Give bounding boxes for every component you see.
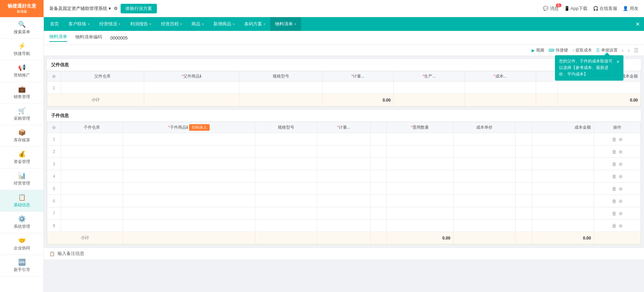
child-col-settings[interactable]: ⚙ xyxy=(47,122,61,133)
sidebar-item-purchase[interactable]: 🛒 采购管理 xyxy=(0,104,44,125)
child-unit-cost-2[interactable] xyxy=(453,145,515,158)
child-warehouse-5[interactable] xyxy=(61,183,123,195)
child-qty-2[interactable] xyxy=(387,145,454,158)
parent-cost-cell[interactable] xyxy=(465,82,536,94)
tab-bom[interactable]: 物料清单 × xyxy=(270,17,301,31)
delete-icon[interactable]: 🗑 xyxy=(612,149,617,154)
child-qty-5[interactable] xyxy=(387,183,454,195)
child-warehouse-1[interactable] xyxy=(61,133,123,145)
tooltip-close-button[interactable]: × xyxy=(617,58,619,66)
copy-icon[interactable]: ⊕ xyxy=(619,174,623,179)
gear-icon-child[interactable]: ⚙ xyxy=(52,125,56,130)
child-unit-cost-3[interactable] xyxy=(453,158,515,170)
tab-home[interactable]: 首页 xyxy=(45,17,64,31)
sidebar-item-system[interactable]: ⚙️ 系统管理 xyxy=(0,212,44,233)
parent-unit-cell[interactable] xyxy=(322,82,394,94)
child-unit-cost-5[interactable] xyxy=(453,183,515,195)
child-unit-5[interactable] xyxy=(317,183,370,195)
tab-product-close[interactable]: × xyxy=(202,22,204,26)
tab-customer-close[interactable]: × xyxy=(88,22,90,26)
child-unit-2[interactable] xyxy=(317,145,370,158)
child-unit-cost-1[interactable] xyxy=(453,133,515,145)
child-warehouse-4[interactable] xyxy=(61,170,123,183)
delete-icon[interactable]: 🗑 xyxy=(612,223,617,229)
parent-production-cell[interactable] xyxy=(394,82,465,94)
gear-icon[interactable]: ⚙ xyxy=(52,74,56,79)
tab-history-close[interactable]: × xyxy=(180,22,182,26)
delete-icon[interactable]: 🗑 xyxy=(612,211,617,216)
child-unit-cost-6[interactable] xyxy=(453,195,515,207)
parent-spec-cell[interactable] xyxy=(239,82,323,94)
tab-barcode[interactable]: 条码方案 × xyxy=(239,17,270,31)
sidebar-item-operation[interactable]: 📊 经营管理 xyxy=(0,168,44,190)
nav-next-icon[interactable]: › xyxy=(628,47,630,54)
view-button[interactable]: ▶ 视频 xyxy=(532,47,544,53)
child-warehouse-2[interactable] xyxy=(61,145,123,158)
child-unit-4[interactable] xyxy=(317,170,370,183)
tab-operation-status-close[interactable]: × xyxy=(119,22,121,26)
sidebar-item-finance[interactable]: 💰 资金管理 xyxy=(0,147,44,168)
copy-icon[interactable]: ⊕ xyxy=(619,211,623,216)
notes-label[interactable]: 输入备注信息 xyxy=(58,250,84,257)
child-spec-1[interactable] xyxy=(255,133,317,145)
sidebar-item-marketing[interactable]: 📢 营销推广 xyxy=(0,60,44,82)
child-qty-8[interactable] xyxy=(387,220,454,232)
child-product-1[interactable] xyxy=(123,133,255,145)
child-spec-4[interactable] xyxy=(255,170,317,183)
tab-history[interactable]: 经营历程 × xyxy=(156,17,187,31)
child-warehouse-6[interactable] xyxy=(61,195,123,207)
nav-prev-icon[interactable]: ‹ xyxy=(622,47,623,54)
copy-icon[interactable]: ⊕ xyxy=(619,161,623,167)
child-warehouse-7[interactable] xyxy=(61,207,123,220)
sidebar-item-quick-nav[interactable]: ⚡ 快捷导航 xyxy=(0,39,44,60)
sidebar-item-sales[interactable]: 💼 销售管理 xyxy=(0,82,44,104)
trial-button[interactable]: 体验行业方案 xyxy=(121,4,157,13)
child-spec-5[interactable] xyxy=(255,183,317,195)
tab-bom-close[interactable]: × xyxy=(294,22,296,26)
child-product-2[interactable] xyxy=(123,145,255,158)
tab-customer[interactable]: 客户联络 × xyxy=(64,17,95,31)
delete-icon[interactable]: 🗑 xyxy=(612,186,617,191)
sidebar-item-inventory[interactable]: 📦 库存核算 xyxy=(0,125,44,147)
message-button[interactable]: 💬 6 消息 xyxy=(543,5,559,12)
sub-tab-bom[interactable]: 物料清单 xyxy=(49,34,67,42)
tab-add-product[interactable]: 新增商品 × xyxy=(209,17,239,31)
child-qty-7[interactable] xyxy=(387,207,454,220)
child-product-5[interactable] xyxy=(123,183,255,195)
parent-product-cell[interactable] xyxy=(144,82,239,94)
child-unit-cost-4[interactable] xyxy=(453,170,515,183)
child-product-6[interactable] xyxy=(123,195,255,207)
child-unit-3[interactable] xyxy=(317,158,370,170)
child-warehouse-8[interactable] xyxy=(61,220,123,232)
tab-product[interactable]: 商品 × xyxy=(187,17,209,31)
sidebar-item-collab[interactable]: 🤝 企业协同 xyxy=(0,233,44,255)
child-unit-7[interactable] xyxy=(317,207,370,220)
settings-icon[interactable]: ⚙ xyxy=(114,6,118,11)
scan-button[interactable]: 扫码录入 xyxy=(189,124,210,131)
child-qty-4[interactable] xyxy=(387,170,454,183)
copy-icon[interactable]: ⊕ xyxy=(619,223,623,229)
child-unit-6[interactable] xyxy=(317,195,370,207)
child-product-7[interactable] xyxy=(123,207,255,220)
shortcut-button[interactable]: ⌨ 快捷键 xyxy=(548,47,568,53)
grid-icon[interactable]: ☰ xyxy=(634,47,639,54)
close-all-tabs[interactable]: ✕ xyxy=(633,21,643,27)
delete-icon[interactable]: 🗑 xyxy=(612,198,617,204)
child-product-8[interactable] xyxy=(123,220,255,232)
child-qty-3[interactable] xyxy=(387,158,454,170)
child-warehouse-3[interactable] xyxy=(61,158,123,170)
parent-warehouse-cell[interactable] xyxy=(61,82,144,94)
child-unit-1[interactable] xyxy=(317,133,370,145)
child-product-4[interactable] xyxy=(123,170,255,183)
tab-operation-status[interactable]: 经营情况 × xyxy=(95,17,125,31)
copy-icon[interactable]: ⊕ xyxy=(619,186,623,191)
copy-icon[interactable]: ⊕ xyxy=(619,198,623,204)
tab-barcode-close[interactable]: × xyxy=(263,22,265,26)
online-service-button[interactable]: 🎧 在线客服 xyxy=(593,5,618,12)
child-product-3[interactable] xyxy=(123,158,255,170)
extract-cost-button[interactable]: ↑ 提取成本 xyxy=(572,47,592,53)
delete-icon[interactable]: 🗑 xyxy=(612,137,617,142)
child-qty-1[interactable] xyxy=(387,133,454,145)
sidebar-item-search[interactable]: 🔍 搜索菜单 xyxy=(0,17,44,39)
child-qty-6[interactable] xyxy=(387,195,454,207)
